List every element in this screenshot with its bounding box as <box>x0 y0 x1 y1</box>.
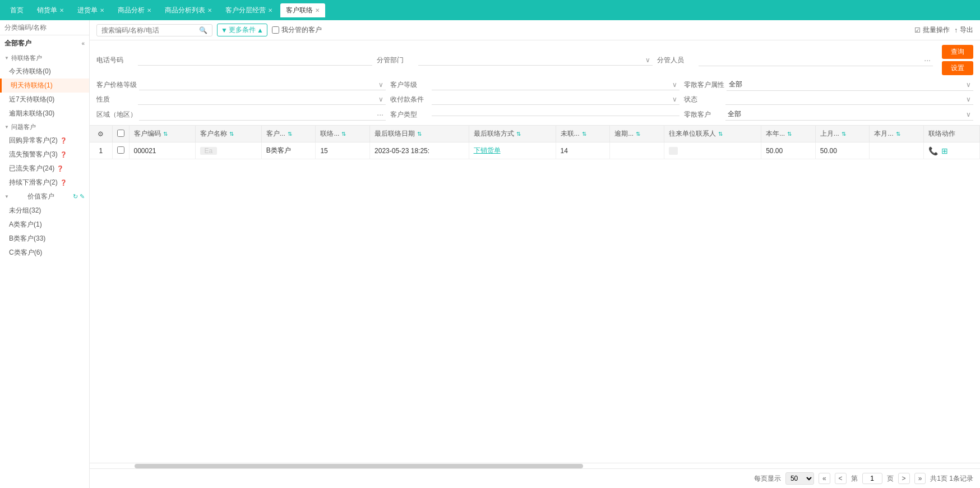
sort-icon-this-year[interactable]: ⇅ <box>787 131 792 137</box>
first-page-btn[interactable]: « <box>819 473 830 484</box>
sort-icon-this-month[interactable]: ⇅ <box>896 131 900 137</box>
nav-close-product-analysis[interactable]: ✕ <box>147 7 151 13</box>
sidebar-item-7days-contact[interactable]: 近7天待联络(0) <box>0 93 89 107</box>
per-page-select[interactable]: 50 100 200 <box>785 472 814 485</box>
filter-gender-select[interactable]: ∨ <box>138 94 386 105</box>
manager-dots[interactable]: ··· <box>924 56 931 65</box>
td-checkbox[interactable] <box>112 142 129 159</box>
action-grid-icon[interactable]: ⊞ <box>941 146 948 155</box>
th-last-contact-date[interactable]: 最后联络日期 ⇅ <box>370 126 469 142</box>
last-page-btn[interactable]: » <box>914 473 926 484</box>
batch-ops-btn[interactable]: ☑ 批量操作 <box>914 25 950 35</box>
search-box: 🔍 <box>96 24 212 36</box>
sidebar-item-overdue-contact[interactable]: 逾期未联络(30) <box>0 107 89 121</box>
sidebar-item-lost-customers[interactable]: 已流失客户(24) ❓ <box>0 162 89 176</box>
filter-manager-select[interactable]: ··· <box>699 54 933 66</box>
th-uncontacted[interactable]: 未联... ⇅ <box>556 126 610 142</box>
next-page-btn[interactable]: > <box>898 473 910 484</box>
sort-icon-overdue[interactable]: ⇅ <box>636 131 640 137</box>
more-conditions-btn[interactable]: ▼ 更多条件 ▲ <box>217 24 267 36</box>
sort-icon-method[interactable]: ⇅ <box>516 131 521 137</box>
filter-region-select[interactable]: ··· <box>139 109 386 121</box>
select-all-checkbox[interactable] <box>117 130 124 137</box>
table-area: ⚙ 客户编码 ⇅ 客户名称 ⇅ <box>90 126 980 463</box>
filter-customer-value: 客户价格等级 ∨ <box>96 80 386 90</box>
nav-close-sales-order[interactable]: ✕ <box>59 7 64 13</box>
sidebar-item-ungrouped[interactable]: 未分组(32) <box>0 204 89 218</box>
filter-manager: 分管人员 ··· <box>657 54 933 66</box>
td-last-contact-method[interactable]: 下销货单 <box>469 142 556 159</box>
sort-icon-code[interactable]: ⇅ <box>163 131 168 137</box>
sidebar-item-declining-customers[interactable]: 持续下滑客户(2) ❓ <box>0 176 89 190</box>
nav-close-customer-layering[interactable]: ✕ <box>268 7 272 13</box>
sort-icon-last-month[interactable]: ⇅ <box>842 131 846 137</box>
sort-icon-uncontacted[interactable]: ⇅ <box>582 131 586 137</box>
sidebar-item-today-contact[interactable]: 今天待联络(0) <box>0 65 89 79</box>
filter-retail-customer-select[interactable]: 全部 ∨ <box>725 108 973 121</box>
th-this-month[interactable]: 本月... ⇅ <box>870 126 924 142</box>
th-checkbox[interactable] <box>112 126 129 142</box>
th-overdue[interactable]: 逾期... ⇅ <box>610 126 664 142</box>
all-customers-header[interactable]: 全部客户 « <box>0 35 89 52</box>
export-btn[interactable]: ↑ 导出 <box>954 25 973 35</box>
nav-close-purchase-order[interactable]: ✕ <box>100 7 104 13</box>
th-customer-name[interactable]: 客户名称 ⇅ <box>195 126 261 142</box>
sort-icon-date[interactable]: ⇅ <box>417 131 422 137</box>
region-dots[interactable]: ··· <box>377 110 383 119</box>
filter-customer-value-select[interactable]: ∨ <box>139 80 386 90</box>
filter-retail-attr-select[interactable]: 全部 ∨ <box>727 79 973 91</box>
prev-page-btn[interactable]: < <box>835 473 847 484</box>
sort-icon-unit-contact[interactable]: ⇅ <box>718 131 723 137</box>
sidebar-search-input[interactable] <box>4 24 89 31</box>
sidebar-item-repurchase-abnormal[interactable]: 回购异常客户(2) ❓ <box>0 133 89 148</box>
filter-customer-grade-select[interactable]: ∨ <box>432 80 679 90</box>
sidebar-item-loss-warning[interactable]: 流失预警客户(3) ❓ <box>0 148 89 162</box>
filter-customer-type-select[interactable] <box>432 113 679 116</box>
page-input[interactable] <box>862 473 882 484</box>
filter-status-select[interactable]: ∨ <box>725 94 973 105</box>
settings-button[interactable]: 设置 <box>942 61 973 75</box>
th-contact-count[interactable]: 联络... ⇅ <box>316 126 370 142</box>
search-icon[interactable]: 🔍 <box>199 26 207 34</box>
my-customers-checkbox[interactable]: 我分管的客户 <box>272 25 322 35</box>
sidebar-item-class-c[interactable]: C类客户(6) <box>0 246 89 260</box>
th-customer-type[interactable]: 客户... ⇅ <box>261 126 316 142</box>
th-unit-contact[interactable]: 往来单位联系人 ⇅ <box>664 126 761 142</box>
value-customers-icons[interactable]: ↻ ✎ <box>73 193 85 200</box>
th-last-month[interactable]: 上月... ⇅ <box>815 126 870 142</box>
nav-sales-order[interactable]: 销货单 ✕ <box>31 3 70 17</box>
filter-phone-input[interactable] <box>138 55 372 66</box>
nav-customer-contact[interactable]: 客户联络 ✕ <box>280 3 325 17</box>
sidebar-item-tomorrow-contact[interactable]: 明天待联络(1) <box>0 79 89 93</box>
nav-close-customer-contact[interactable]: ✕ <box>315 7 320 13</box>
sidebar-item-class-a[interactable]: A类客户(1) <box>0 218 89 232</box>
nav-close-product-analysis-list[interactable]: ✕ <box>207 7 212 13</box>
search-input[interactable] <box>101 26 197 34</box>
th-last-contact-method[interactable]: 最后联络方式 ⇅ <box>469 126 556 142</box>
collapse-icon: « <box>81 40 85 47</box>
row-checkbox[interactable] <box>117 146 124 154</box>
horizontal-scrollbar[interactable] <box>90 463 980 468</box>
gender-arrow: ∨ <box>378 95 383 103</box>
action-phone-icon[interactable]: 📞 <box>928 146 938 155</box>
sort-icon-name[interactable]: ⇅ <box>229 131 234 137</box>
my-customers-check[interactable] <box>272 26 279 34</box>
nav-purchase-order[interactable]: 进货单 ✕ <box>72 3 110 17</box>
filter-row-4: 区域（地区） ··· 客户类型 零散客户 全部 <box>96 108 973 121</box>
sort-icon-contact[interactable]: ⇅ <box>341 131 346 137</box>
filter-dept-select[interactable]: ∨ <box>418 55 653 66</box>
nav-product-analysis[interactable]: 商品分析 ✕ <box>112 3 157 17</box>
sort-icon-type[interactable]: ⇅ <box>288 131 292 137</box>
filter-retail-attr-label: 零散客户属性 <box>684 80 724 90</box>
th-customer-code[interactable]: 客户编码 ⇅ <box>129 126 195 142</box>
nav-home[interactable]: 首页 <box>4 3 29 17</box>
th-this-year[interactable]: 本年... ⇅ <box>761 126 816 142</box>
sidebar-item-class-b[interactable]: B类客户(33) <box>0 232 89 246</box>
nav-product-analysis-list[interactable]: 商品分析列表 ✕ <box>159 3 218 17</box>
filter-payment: 收付款条件 ∨ <box>390 94 679 105</box>
th-settings[interactable]: ⚙ <box>90 126 112 142</box>
filter-gender: 性质 ∨ <box>96 94 386 105</box>
nav-customer-layering[interactable]: 客户分层经营 ✕ <box>220 3 278 17</box>
filter-payment-select[interactable]: ∨ <box>432 94 679 105</box>
query-button[interactable]: 查询 <box>942 45 973 59</box>
